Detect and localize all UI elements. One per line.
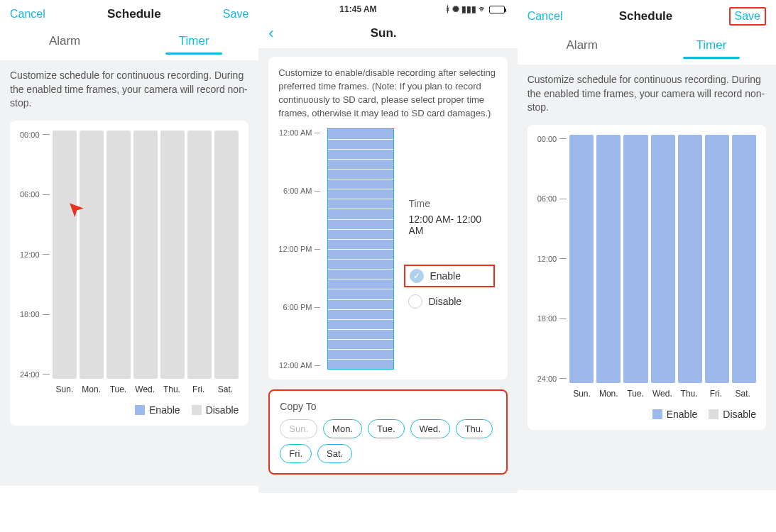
x-axis: Sun. Mon. Tue. Wed. Thu. Fri. Sat. — [51, 384, 239, 394]
save-button[interactable]: Save — [223, 8, 248, 21]
signal-icon: ▮▮▮ — [461, 4, 476, 14]
y-axis: 00:00 06:00 12:00 18:00 24:00 — [20, 131, 53, 379]
tab-alarm[interactable]: Alarm — [518, 31, 647, 65]
time-label: Time — [408, 198, 490, 209]
day-bar-mon[interactable] — [596, 135, 621, 383]
bars-container — [53, 131, 239, 379]
day-title: Sun. — [288, 26, 508, 40]
header: Cancel Schedule Save — [0, 0, 258, 27]
week-chart-card: 00:00 06:00 12:00 18:00 24:00 Sun. — [10, 121, 248, 426]
x-axis: Sun. Mon. Tue. Wed. Thu. Fri. Sat. — [569, 389, 756, 399]
day-detail-screen: 11:45 AM ᚼ ✺ ▮▮▮ ᯤ ‹ Sun. Customize to e… — [258, 0, 517, 532]
day-bar-tue[interactable] — [623, 135, 647, 383]
schedule-screen-disabled: Cancel Schedule Save Alarm Timer Customi… — [0, 0, 258, 532]
description-text: Customize schedule for continuous record… — [528, 73, 766, 115]
day-bar-wed[interactable] — [133, 131, 158, 379]
wifi-icon: ᯤ — [479, 4, 487, 14]
legend-enable: Enable — [135, 404, 180, 416]
battery-icon — [489, 6, 505, 13]
description-text: Customize to enable/disable recording af… — [278, 67, 497, 120]
legend: Enable Disable — [537, 409, 756, 420]
copy-to-label: Copy To — [280, 401, 496, 412]
content-area: Customize schedule for continuous record… — [0, 60, 258, 486]
day-bar-thu[interactable] — [160, 131, 185, 379]
radio-checked-icon: ✓ — [410, 269, 424, 283]
day-bar-tue[interactable] — [106, 131, 131, 379]
tab-timer[interactable]: Timer — [129, 27, 258, 60]
legend-disable: Disable — [709, 409, 756, 420]
schedule-screen-enabled: Cancel Schedule Save Alarm Timer Customi… — [518, 0, 776, 532]
copy-chip-wed[interactable]: Wed. — [410, 419, 450, 438]
cancel-button[interactable]: Cancel — [10, 8, 45, 21]
copy-chip-fri[interactable]: Fri. — [280, 444, 312, 463]
back-button[interactable]: ‹ — [268, 24, 288, 43]
legend-disable: Disable — [192, 404, 239, 416]
day-bar-mon[interactable] — [80, 131, 104, 379]
dnd-icon: ✺ — [452, 4, 459, 14]
bars-container — [569, 135, 756, 383]
y-axis: 00:00 06:00 12:00 18:00 24:00 — [537, 135, 570, 383]
content-area: Customize schedule for continuous record… — [518, 65, 776, 490]
day-bar-sun[interactable] — [569, 135, 594, 383]
time-range-panel: Time 12:00 AM- 12:00 AM ✓ Enable Disable — [401, 133, 497, 370]
tab-alarm[interactable]: Alarm — [0, 27, 129, 60]
enable-option[interactable]: ✓ Enable — [404, 265, 494, 287]
tab-timer[interactable]: Timer — [647, 31, 776, 65]
copy-days-list: Sun. Mon. Tue. Wed. Thu. Fri. Sat. — [280, 419, 496, 463]
day-bar-fri[interactable] — [705, 135, 729, 383]
status-bar: 11:45 AM ᚼ ✺ ▮▮▮ ᯤ — [258, 0, 517, 18]
save-button[interactable]: Save — [729, 7, 766, 26]
time-value: 12:00 AM- 12:00 AM — [408, 214, 490, 236]
cancel-button[interactable]: Cancel — [528, 10, 563, 23]
copy-chip-sun: Sun. — [280, 419, 317, 438]
status-icons: ᚼ ✺ ▮▮▮ ᯤ — [445, 4, 505, 14]
day-bar-thu[interactable] — [678, 135, 702, 383]
page-title: Schedule — [619, 9, 673, 23]
tabs: Alarm Timer — [518, 31, 776, 65]
page-title: Schedule — [107, 7, 161, 21]
day-bar-sat[interactable] — [732, 135, 756, 383]
content-area: Customize to enable/disable recording af… — [258, 48, 517, 493]
legend-enable: Enable — [652, 409, 698, 420]
disable-option[interactable]: Disable — [408, 294, 490, 309]
description-text: Customize schedule for continuous record… — [10, 69, 248, 111]
time-slot-column[interactable] — [327, 128, 394, 370]
day-bar-sun[interactable] — [53, 131, 77, 379]
copy-chip-sat[interactable]: Sat. — [317, 444, 352, 463]
copy-chip-mon[interactable]: Mon. — [323, 419, 362, 438]
status-time: 11:45 AM — [339, 4, 376, 14]
radio-unchecked-icon — [408, 294, 422, 309]
y-axis: 12:00 AM 6:00 AM 12:00 PM 6:00 PM 12:00 … — [278, 128, 320, 370]
copy-to-card: Copy To Sun. Mon. Tue. Wed. Thu. Fri. Sa… — [268, 389, 507, 475]
copy-chip-thu[interactable]: Thu. — [456, 419, 493, 438]
bluetooth-icon: ᚼ — [445, 4, 450, 14]
legend: Enable Disable — [20, 404, 239, 416]
day-bar-sat[interactable] — [214, 131, 239, 379]
tabs: Alarm Timer — [0, 27, 258, 60]
day-bar-wed[interactable] — [651, 135, 675, 383]
copy-chip-tue[interactable]: Tue. — [368, 419, 405, 438]
day-bar-fri[interactable] — [187, 131, 212, 379]
header: Cancel Schedule Save — [518, 0, 776, 31]
day-schedule-card: Customize to enable/disable recording af… — [268, 57, 507, 379]
week-chart-card: 00:00 06:00 12:00 18:00 24:00 Sun. — [528, 125, 766, 430]
nav-row: ‹ Sun. — [258, 18, 517, 48]
